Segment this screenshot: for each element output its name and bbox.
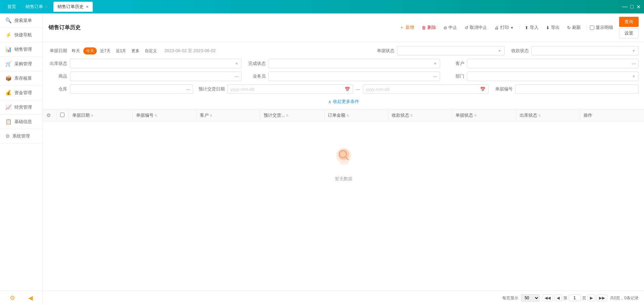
- cancel-stop-label: 取消中止: [470, 25, 487, 31]
- query-button[interactable]: 查询: [619, 17, 639, 27]
- tab-sales-order-history-close[interactable]: ✕: [86, 5, 89, 9]
- print-icon: 🖨: [495, 25, 499, 30]
- col-receipt-status-sort-icon[interactable]: ⇅: [410, 114, 413, 117]
- purchase-mgmt-icon: 🛒: [5, 61, 12, 67]
- stop-button[interactable]: ⊘ 中止: [441, 23, 459, 32]
- sidebar-item-finance[interactable]: 💰 资金管理: [0, 86, 43, 100]
- sidebar-item-inventory[interactable]: 📦 库存核算: [0, 71, 43, 86]
- product-ellipsis-icon[interactable]: ···: [234, 74, 239, 79]
- calendar-from-icon[interactable]: 📅: [345, 87, 350, 92]
- new-button[interactable]: ＋ 新增: [397, 23, 416, 32]
- col-number: 单据编号 ⇅: [132, 110, 196, 121]
- first-page-button[interactable]: ◀◀: [542, 295, 553, 301]
- tab-sales-order-history[interactable]: 销售订单历史 ✕: [53, 2, 93, 12]
- date-today-btn[interactable]: 今天: [83, 47, 97, 54]
- tab-home[interactable]: 首页: [3, 2, 20, 12]
- maximize-icon[interactable]: □: [630, 4, 634, 10]
- col-stock-status-sort-icon[interactable]: ⇅: [538, 114, 541, 117]
- cancel-stop-button[interactable]: ↺ 取消中止: [463, 23, 489, 32]
- select-all-checkbox[interactable]: [60, 113, 65, 117]
- next-page-button[interactable]: ▶: [588, 295, 595, 301]
- tab-sales-order-close[interactable]: ✕: [45, 5, 48, 9]
- col-number-sort-icon[interactable]: ⇅: [155, 114, 157, 117]
- filter-expected-date-item: 预计交货日期 yyyy-mm-dd 📅 — yyyy-mm-dd 📅: [199, 84, 488, 94]
- date-more-btn[interactable]: 更多: [129, 47, 141, 54]
- calendar-to-icon[interactable]: 📅: [480, 87, 485, 92]
- display-detail-label: 显示明细: [596, 25, 613, 31]
- filter-stock-status-select[interactable]: ▼: [70, 59, 242, 68]
- table-settings-icon[interactable]: ⚙: [46, 112, 51, 118]
- sidebar-item-search-menu[interactable]: 🔍 搜索菜单: [0, 13, 43, 28]
- tab-sales-order[interactable]: 销售订单 ✕: [22, 2, 52, 12]
- filter-warehouse-item: 仓库 ···: [48, 84, 193, 94]
- sidebar-item-basic-info[interactable]: 📋 基础信息: [0, 115, 43, 129]
- filter-product-select[interactable]: ···: [70, 72, 242, 81]
- print-button[interactable]: 🖨 打印 ▼: [492, 23, 516, 32]
- sidebar-item-sales-mgmt[interactable]: 📊 销售管理: [0, 42, 43, 57]
- date-custom-btn[interactable]: 自定义: [143, 47, 159, 54]
- col-expected-delivery-sort-icon[interactable]: ⇅: [286, 114, 289, 117]
- customer-ellipsis-icon[interactable]: ···: [632, 61, 636, 66]
- warehouse-ellipsis-icon[interactable]: ···: [186, 86, 190, 92]
- sidebar-settings-icon[interactable]: ⚙: [10, 294, 15, 302]
- collapse-row[interactable]: ∧ 收起更多条件: [48, 97, 639, 105]
- expected-date-from-input[interactable]: yyyy-mm-dd 📅: [227, 84, 353, 94]
- collapse-up-icon: ∧: [328, 99, 332, 104]
- date-7days-btn[interactable]: 近7天: [98, 47, 113, 54]
- filter-department-select[interactable]: ▼: [467, 72, 639, 81]
- sidebar-item-operations[interactable]: 📈 经营管理: [0, 100, 43, 115]
- sidebar-item-quick-nav[interactable]: ⚡ 快捷导航: [0, 28, 43, 42]
- table-wrapper: ⚙ 单据日期 ⇅: [43, 110, 644, 291]
- prev-page-button[interactable]: ◀: [554, 295, 562, 301]
- page-size-select[interactable]: 20 50 100: [521, 294, 540, 302]
- import-button[interactable]: ⬆ 导入: [523, 23, 541, 32]
- print-arrow-icon: ▼: [510, 26, 514, 30]
- col-amount-label: 订单金额: [328, 112, 345, 118]
- filter-date-label: 单据日期: [48, 48, 67, 54]
- refresh-button[interactable]: ↻ 刷新: [565, 23, 583, 32]
- col-amount-sort-icon[interactable]: ⇅: [346, 114, 349, 117]
- col-date: 单据日期 ⇅: [69, 110, 132, 121]
- display-detail-toggle[interactable]: 显示明细: [590, 25, 613, 31]
- filter-department-label: 部门: [445, 73, 464, 79]
- col-customer-sort-icon[interactable]: ⇅: [210, 114, 212, 117]
- filter-warehouse-label: 仓库: [48, 86, 67, 92]
- data-table: ⚙ 单据日期 ⇅: [43, 110, 644, 121]
- filter-order-status-select[interactable]: ▼: [397, 46, 504, 55]
- display-detail-checkbox[interactable]: [590, 26, 594, 30]
- export-icon: ⬇: [546, 25, 550, 30]
- inventory-icon: 📦: [5, 75, 12, 81]
- page-number-input[interactable]: [569, 295, 581, 301]
- filter-completion-status-select[interactable]: ▼: [268, 59, 440, 68]
- toolbar: ＋ 新增 🗑 删除 ⊘ 中止 ↺ 取消中止: [397, 17, 639, 38]
- tab-sales-order-history-label: 销售订单历史: [57, 4, 84, 10]
- minimize-icon[interactable]: —: [622, 4, 628, 10]
- sidebar-item-basic-info-label: 基础信息: [14, 119, 32, 125]
- completion-status-arrow-icon: ▼: [433, 62, 437, 66]
- close-window-icon[interactable]: ✕: [636, 4, 641, 10]
- expected-date-to-input[interactable]: yyyy-mm-dd 📅: [363, 84, 488, 94]
- sidebar-item-purchase-mgmt[interactable]: 🛒 采购管理: [0, 57, 43, 71]
- filter-order-number-input[interactable]: [515, 84, 639, 94]
- settings-button[interactable]: 设置: [619, 28, 639, 38]
- filter-receipt-status-select[interactable]: ▼: [531, 46, 639, 55]
- sidebar-item-search-menu-label: 搜索菜单: [14, 17, 32, 24]
- col-stock-status-label: 出库状态: [520, 112, 537, 118]
- salesperson-ellipsis-icon[interactable]: ···: [433, 74, 437, 79]
- export-button[interactable]: ⬇ 导出: [544, 23, 562, 32]
- filter-warehouse-select[interactable]: ···: [70, 84, 193, 94]
- expected-date-from-placeholder: yyyy-mm-dd: [230, 87, 254, 92]
- filter-customer-select[interactable]: ···: [467, 59, 639, 68]
- sidebar-item-system-mgmt[interactable]: ⚙ 系统管理: [0, 129, 43, 144]
- sales-mgmt-icon: 📊: [5, 46, 12, 52]
- col-order-status-sort-icon[interactable]: ⇅: [474, 114, 477, 117]
- sidebar-collapse-icon[interactable]: ◀: [28, 294, 33, 302]
- delete-button[interactable]: 🗑 删除: [420, 23, 438, 32]
- expected-date-to-placeholder: yyyy-mm-dd: [366, 87, 390, 92]
- last-page-button[interactable]: ▶▶: [597, 295, 607, 301]
- date-1month-btn[interactable]: 近1月: [114, 47, 128, 54]
- date-yesterday-btn[interactable]: 昨天: [70, 47, 82, 54]
- col-date-sort-icon[interactable]: ⇅: [91, 114, 93, 117]
- filter-salesperson-select[interactable]: ···: [268, 72, 440, 81]
- filter-date-item: 单据日期 昨天 今天 近7天 近1月 更多 自定义 2023-06-02 至: [48, 47, 370, 54]
